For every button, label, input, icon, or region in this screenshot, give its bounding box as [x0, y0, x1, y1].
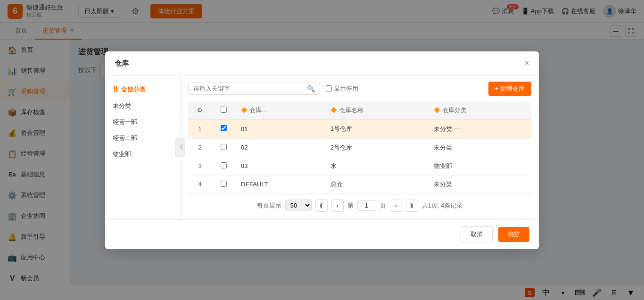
category-panel: ⠿ 全部分类 未分类 经营一部 经营二部 物业部 《 [105, 76, 181, 219]
table-row[interactable]: 3 03 水 物业部 [188, 157, 531, 175]
table-header-row: ⚙ 🔶 仓库... 🔶 [188, 101, 531, 120]
warehouse-table: ⚙ 🔶 仓库... 🔶 [188, 101, 531, 194]
row-category: 未分类 [428, 138, 531, 157]
category-unclassified[interactable]: 未分类 [105, 98, 180, 114]
prev-page-button[interactable]: ‹ [331, 200, 344, 212]
table-row[interactable]: 1 01 1号仓库 未分类 ··· [188, 119, 531, 138]
page-input[interactable] [357, 200, 376, 211]
modal-body: ⠿ 全部分类 未分类 经营一部 经营二部 物业部 《 🔍 [105, 76, 539, 219]
row-category: 物业部 [428, 157, 531, 175]
data-table: ⚙ 🔶 仓库... 🔶 [188, 101, 531, 194]
row-index: 3 [188, 157, 212, 175]
modal-header: 仓库 × [105, 51, 539, 76]
modal-title: 仓库 [115, 59, 129, 68]
table-panel: 🔍 显示停用 + 新增仓库 ⚙ [181, 76, 539, 219]
per-page-select[interactable]: 102050100 [285, 200, 312, 211]
row-code: 03 [235, 157, 325, 175]
row-checkbox[interactable] [212, 157, 235, 175]
confirm-button[interactable]: 确定 [498, 227, 529, 242]
warehouse-modal: 仓库 × ⠿ 全部分类 未分类 经营一部 经营二部 物业部 《 [105, 51, 539, 249]
next-page-button[interactable]: › [390, 200, 402, 212]
row-index: 2 [188, 138, 212, 157]
col-settings: ⚙ [188, 101, 212, 120]
category-ops2[interactable]: 经营二部 [105, 130, 180, 146]
modal-footer: 取消 确定 [105, 219, 539, 249]
table-row[interactable]: 2 02 2号仓库 未分类 [188, 138, 531, 157]
category-ops1[interactable]: 经营一部 [105, 114, 180, 130]
col-name[interactable]: 🔶 仓库名称 [325, 101, 428, 120]
row-name: 总仓 [325, 175, 428, 193]
cancel-button[interactable]: 取消 [461, 226, 493, 242]
table-toolbar: 🔍 显示停用 + 新增仓库 [188, 82, 531, 96]
row-name: 水 [325, 157, 428, 175]
search-wrap: 🔍 [188, 83, 320, 95]
table-row[interactable]: 4 DEFAULT 总仓 未分类 [188, 175, 531, 193]
page-label: 页 [380, 201, 386, 210]
row-index: 4 [188, 175, 212, 193]
total-label: 共1页, 4条记录 [422, 201, 463, 210]
col-category[interactable]: 🔶 仓库分类 [428, 101, 531, 120]
row-checkbox[interactable] [212, 175, 235, 193]
search-input[interactable] [193, 85, 304, 92]
row-code: 02 [235, 138, 325, 157]
col-code[interactable]: 🔶 仓库... [235, 101, 325, 120]
category-property[interactable]: 物业部 [105, 146, 180, 162]
row-index: 1 [188, 119, 212, 138]
row-code: DEFAULT [235, 175, 325, 193]
show-disabled-label: 显示停用 [334, 84, 358, 93]
grid-icon: ⠿ [113, 85, 118, 94]
category-all[interactable]: ⠿ 全部分类 [105, 82, 180, 98]
per-page-label: 每页显示 [257, 201, 281, 210]
page-word: 第 [347, 201, 354, 210]
select-all-checkbox[interactable] [221, 107, 227, 113]
row-checkbox[interactable] [212, 138, 235, 157]
search-icon: 🔍 [307, 85, 315, 92]
sort-icon: 🔶 [241, 107, 248, 113]
show-disabled-wrap: 显示停用 [326, 84, 358, 93]
row-category: 未分类 ··· [428, 119, 531, 138]
modal-close-button[interactable]: × [524, 59, 529, 67]
row-checkbox[interactable] [212, 119, 235, 138]
new-warehouse-button[interactable]: + 新增仓库 [488, 82, 531, 96]
row-category: 未分类 [428, 175, 531, 193]
first-page-button[interactable]: ⟪ [315, 200, 328, 212]
row-code: 01 [235, 119, 325, 138]
row-name: 2号仓库 [325, 138, 428, 157]
pagination: 每页显示 102050100 ⟪ ‹ 第 页 › ⟫ 共1页, 4条记录 [188, 194, 531, 214]
more-options-button[interactable]: ··· [454, 125, 462, 133]
last-page-button[interactable]: ⟫ [406, 200, 418, 212]
col-checkbox [212, 101, 235, 120]
show-disabled-checkbox[interactable] [326, 85, 332, 92]
sort-icon: 🔶 [330, 107, 337, 113]
collapse-panel-button[interactable]: 《 [175, 138, 185, 157]
sort-icon: 🔶 [434, 107, 440, 113]
modal-overlay: 仓库 × ⠿ 全部分类 未分类 经营一部 经营二部 物业部 《 [0, 0, 644, 300]
row-name: 1号仓库 [325, 119, 428, 138]
